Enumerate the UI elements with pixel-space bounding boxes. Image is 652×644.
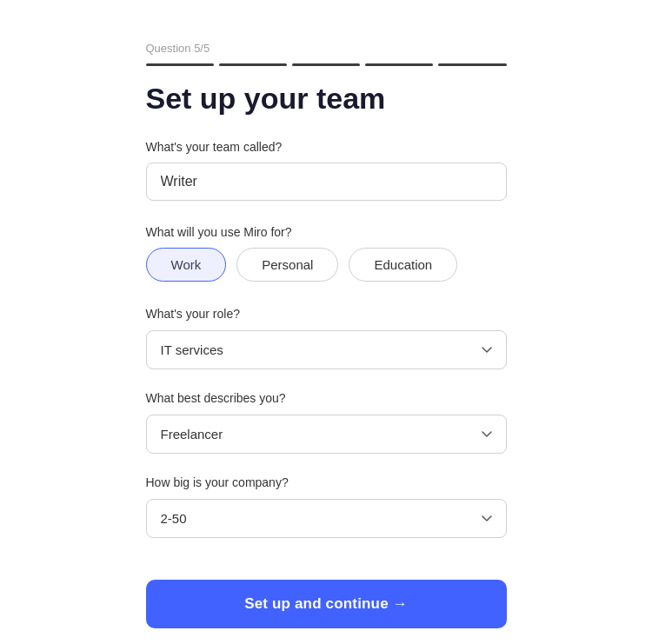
toggle-work[interactable]: Work bbox=[146, 248, 227, 282]
question-label: Question 5/5 bbox=[146, 42, 507, 55]
role-section: What's your role? IT services Design Eng… bbox=[146, 306, 507, 369]
progress-segment-3 bbox=[292, 63, 360, 66]
miro-use-label: What will you use Miro for? bbox=[146, 225, 507, 239]
progress-segment-4 bbox=[365, 63, 433, 66]
role-select[interactable]: IT services Design Engineering Marketing… bbox=[146, 330, 507, 369]
describes-select[interactable]: Freelancer Employee Manager Executive St… bbox=[146, 415, 507, 454]
describes-section: What best describes you? Freelancer Empl… bbox=[146, 390, 507, 454]
toggle-personal[interactable]: Personal bbox=[236, 248, 338, 282]
role-label: What's your role? bbox=[146, 307, 241, 321]
describes-label: What best describes you? bbox=[146, 391, 286, 405]
toggle-education[interactable]: Education bbox=[349, 248, 457, 282]
team-name-input[interactable] bbox=[146, 163, 507, 201]
company-size-label: How big is your company? bbox=[146, 475, 289, 489]
page-container: Question 5/5 Set up your team What's you… bbox=[0, 0, 652, 644]
miro-use-section: What will you use Miro for? Work Persona… bbox=[146, 225, 507, 282]
progress-bar bbox=[146, 63, 507, 66]
miro-use-toggle-group: Work Personal Education bbox=[146, 248, 507, 282]
submit-button[interactable]: Set up and continue → bbox=[146, 580, 507, 628]
progress-segment-5 bbox=[438, 63, 506, 66]
team-name-label: What's your team called? bbox=[146, 140, 507, 154]
progress-segment-1 bbox=[146, 63, 214, 66]
progress-segment-2 bbox=[219, 63, 287, 66]
form-container: Question 5/5 Set up your team What's you… bbox=[146, 42, 507, 628]
company-size-section: How big is your company? 2-50 51-200 201… bbox=[146, 475, 507, 538]
company-size-select[interactable]: 2-50 51-200 201-1000 1001-5000 5000+ bbox=[146, 499, 507, 538]
page-title: Set up your team bbox=[146, 82, 507, 116]
